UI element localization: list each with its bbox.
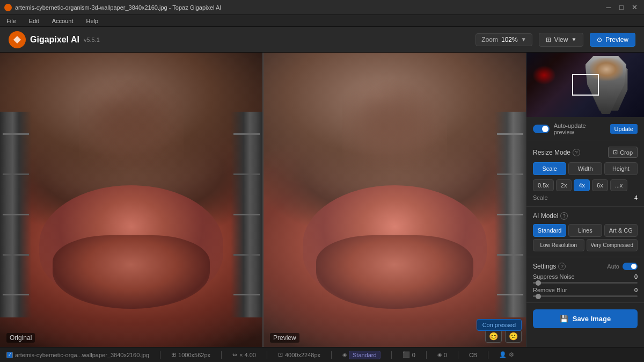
art-cg-model-button[interactable]: Art & CG (604, 224, 638, 237)
save-label: Save Image (573, 315, 611, 323)
zoom-chevron-icon: ▼ (521, 37, 526, 42)
very-compressed-model-button[interactable]: Very Compressed (587, 239, 638, 251)
settings-help-icon[interactable]: ? (558, 263, 566, 270)
status-output-size: ⊡ 4000x2248px (278, 351, 320, 358)
standard-model-button[interactable]: Standard (533, 224, 566, 237)
resize-mode-title: Resize Mode (533, 149, 570, 156)
remove-blur-header: Remove Blur 0 (533, 287, 638, 293)
status-icons: 👤 ⚙ (499, 351, 514, 358)
menubar: File Edit Account Help (0, 15, 644, 27)
settings-icon[interactable]: ⚙ (509, 351, 514, 358)
status-noise: ⬛ 0 (402, 351, 415, 358)
suppress-noise-slider: Suppress Noise 0 (533, 273, 638, 284)
scale-0-5x[interactable]: 0.5x (533, 179, 554, 191)
crop-icon: ⊡ (613, 149, 618, 156)
zoom-value: 102% (501, 36, 518, 44)
blur-icon: ◈ (437, 351, 442, 358)
auto-label: Auto (607, 263, 619, 270)
scale-value: × 4.00 (239, 352, 256, 358)
suppress-noise-label: Suppress Noise (533, 273, 575, 280)
update-button[interactable]: Update (610, 124, 638, 134)
width-tab[interactable]: Width (568, 162, 602, 175)
ai-model-help-icon[interactable]: ? (560, 212, 568, 220)
menu-edit[interactable]: Edit (27, 17, 41, 25)
output-size-value: 4000x2248px (285, 352, 320, 358)
auto-update-container: Auto-update preview Update (533, 122, 638, 135)
menu-help[interactable]: Help (84, 17, 100, 25)
toolbar-right: Zoom 102% ▼ ⊞ View ▼ ⊙ Preview (475, 33, 635, 47)
ai-model-title: AI Model (533, 212, 558, 220)
con-pressed-badge: Con pressed (477, 319, 522, 331)
logo-version: v5.5.1 (84, 37, 100, 43)
remove-blur-label: Remove Blur (533, 287, 567, 293)
status-cb: CB (469, 352, 477, 358)
minimize-button[interactable]: ─ (603, 2, 614, 13)
separator-2 (221, 351, 222, 359)
status-blur: ◈ 0 (437, 351, 447, 358)
logo-area: Gigapixel AI v5.5.1 (9, 31, 469, 48)
original-label: Original (6, 333, 35, 343)
settings-section: Settings ? Auto Suppress Noise 0 (526, 257, 644, 303)
input-size-value: 1000x562px (178, 352, 210, 358)
scale-label: Scale (533, 194, 548, 201)
menu-file[interactable]: File (4, 17, 18, 25)
window-title: artemis-cybernetic-organism-3d-wallpaper… (15, 4, 221, 11)
status-model: ◈ Standard (342, 351, 380, 359)
model-icon: ◈ (342, 351, 347, 358)
lines-model-button[interactable]: Lines (568, 224, 602, 237)
crop-label: Crop (620, 149, 633, 156)
resize-mode-section: Resize Mode ? ⊡ Crop Scale Width Height … (526, 141, 644, 207)
remove-blur-thumb[interactable] (536, 294, 541, 299)
close-button[interactable]: ✕ (629, 2, 640, 13)
preview-label: Preview (270, 333, 299, 343)
crop-button[interactable]: ⊡ Crop (608, 147, 638, 158)
separator-6 (426, 351, 427, 359)
preview-controls: 😊 😕 (485, 330, 522, 343)
ai-model-header: AI Model ? (533, 212, 638, 220)
ai-model-section: AI Model ? Standard Lines Art & CG Low R… (526, 207, 644, 257)
scale-custom[interactable]: ...x (610, 179, 628, 191)
input-size-icon: ⊞ (171, 351, 176, 358)
preview-label: Preview (605, 36, 628, 44)
resize-mode-tabs: Scale Width Height (533, 162, 638, 175)
status-checkbox[interactable]: ✓ (6, 352, 13, 358)
suppress-noise-thumb[interactable] (536, 280, 541, 286)
separator-5 (391, 351, 392, 359)
zoom-control[interactable]: Zoom 102% ▼ (475, 33, 532, 46)
scale-4x[interactable]: 4x (574, 179, 590, 191)
resize-mode-help-icon[interactable]: ? (573, 149, 580, 156)
auto-settings-toggle[interactable] (623, 263, 638, 270)
titlebar-controls[interactable]: ─ □ ✕ (603, 2, 640, 13)
scale-options-row: 0.5x 2x 4x 6x ...x (533, 179, 638, 191)
status-input-size: ⊞ 1000x562px (171, 351, 210, 358)
save-image-button[interactable]: 💾 Save Image (533, 309, 638, 328)
menu-account[interactable]: Account (50, 17, 76, 25)
like-button[interactable]: 😊 (485, 330, 502, 343)
scale-6x[interactable]: 6x (592, 179, 608, 191)
cb-label: CB (469, 352, 477, 358)
auto-toggle-container: Auto (607, 263, 638, 270)
height-tab[interactable]: Height (604, 162, 638, 175)
status-checkbox-item: ✓ artemis-cybernetic-orga...wallpaper_38… (6, 352, 149, 358)
separator-4 (331, 351, 332, 359)
settings-header: Settings ? Auto (533, 263, 638, 270)
save-icon: 💾 (560, 315, 568, 323)
auto-update-toggle[interactable] (533, 125, 550, 133)
titlebar: artemis-cybernetic-organism-3d-wallpaper… (0, 0, 644, 15)
logo-icon (9, 31, 26, 48)
suppress-noise-track[interactable] (533, 282, 638, 284)
model-buttons: Standard Lines Art & CG Low Resolution V… (533, 224, 638, 251)
preview-button[interactable]: ⊙ Preview (590, 33, 635, 47)
remove-blur-track[interactable] (533, 295, 638, 297)
sidebar: Auto-update preview Update Resize Mode ?… (526, 53, 644, 347)
scale-tab[interactable]: Scale (533, 162, 566, 175)
image-area: Original Preview 😊 😕 (0, 53, 526, 347)
dislike-button[interactable]: 😕 (505, 330, 522, 343)
zoom-label: Zoom (481, 36, 498, 44)
preview-icon: ⊙ (597, 36, 602, 44)
scale-2x[interactable]: 2x (556, 179, 572, 191)
view-button[interactable]: ⊞ View ▼ (539, 33, 584, 47)
low-res-model-button[interactable]: Low Resolution (533, 239, 584, 251)
scale-arrows-icon: ⇔ (232, 351, 237, 358)
maximize-button[interactable]: □ (616, 2, 627, 13)
